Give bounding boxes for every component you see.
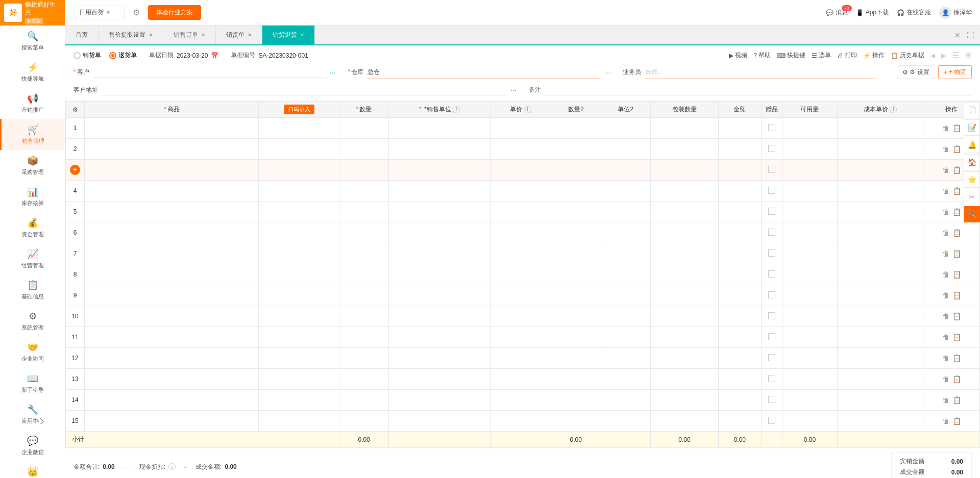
copy-icon-11[interactable]: 📋	[952, 333, 961, 341]
sidebar-item-销售管理[interactable]: 🛒销售管理	[0, 119, 65, 150]
view-toggle-list[interactable]: ☰	[952, 51, 959, 60]
trial-button[interactable]: 体验行业方案	[148, 5, 201, 20]
tab-close-2[interactable]: ✕	[201, 32, 205, 38]
help-btn[interactable]: ? 帮助	[753, 51, 771, 60]
side-icon-orange[interactable]: 📎	[964, 206, 980, 222]
delete-icon-15[interactable]: 🗑	[942, 417, 949, 425]
delete-icon-13[interactable]: 🗑	[942, 375, 949, 383]
gift-checkbox-6[interactable]	[768, 229, 775, 236]
copy-icon-10[interactable]: 📋	[952, 312, 961, 320]
delete-icon-14[interactable]: 🗑	[942, 396, 949, 404]
price-info-icon[interactable]: i	[524, 106, 531, 113]
sidebar-item-快捷导航[interactable]: ⚡快捷导航	[0, 57, 65, 88]
sidebar-item-企业微信[interactable]: 💬企业微信	[0, 430, 65, 461]
sidebar-item-新手引导[interactable]: 📖新手引导	[0, 368, 65, 399]
copy-icon-2[interactable]: 📋	[952, 145, 961, 153]
delete-icon-2[interactable]: 🗑	[942, 145, 949, 153]
delete-icon-11[interactable]: 🗑	[942, 333, 949, 341]
gift-checkbox-4[interactable]	[768, 187, 775, 194]
tab-销货单[interactable]: 销货单✕	[216, 26, 262, 44]
delete-icon-4[interactable]: 🗑	[942, 187, 949, 195]
gift-checkbox-14[interactable]	[768, 396, 775, 403]
gift-checkbox-13[interactable]	[768, 375, 775, 382]
copy-icon-1[interactable]: 📋	[952, 124, 961, 132]
delete-icon-8[interactable]: 🗑	[942, 270, 949, 279]
sidebar-item-应用中心[interactable]: 🔧应用中心	[0, 399, 65, 430]
gift-checkbox-15[interactable]	[768, 417, 775, 424]
address-picker-icon[interactable]: ···	[510, 86, 517, 94]
sidebar-item-经营管理[interactable]: 📈经营管理	[0, 243, 65, 274]
video-btn[interactable]: ▶ 视频	[729, 51, 747, 60]
side-icon-star[interactable]: ⭐	[964, 171, 980, 188]
side-icon-scissors[interactable]: ✂	[964, 189, 980, 205]
settings-button[interactable]: ⚙ ⚙ 设置	[897, 65, 935, 79]
history-btn[interactable]: 📋 历史单据	[891, 51, 924, 60]
print-btn[interactable]: 🖨 打印	[837, 51, 857, 60]
sidebar-item-搜索菜单[interactable]: 🔍搜索菜单	[0, 26, 65, 57]
col-settings-icon[interactable]: ⚙	[72, 106, 78, 113]
copy-icon-15[interactable]: 📋	[952, 417, 961, 425]
delete-icon-5[interactable]: 🗑	[942, 208, 949, 216]
sidebar-item-资金管理[interactable]: 💰资金管理	[0, 212, 65, 243]
side-icon-bell[interactable]: 🔔	[964, 137, 980, 153]
tab-首页[interactable]: 首页	[65, 26, 99, 44]
staff-input[interactable]: 选择...	[645, 66, 875, 79]
gift-checkbox-3[interactable]	[768, 166, 775, 173]
delete-icon-6[interactable]: 🗑	[942, 229, 949, 237]
category-select[interactable]: 日用百货 ▼	[74, 6, 125, 19]
operation-btn[interactable]: ⚡ 操作	[863, 51, 885, 60]
copy-icon-13[interactable]: 📋	[952, 375, 961, 383]
add-row-button[interactable]: +	[70, 165, 80, 175]
copy-icon-8[interactable]: 📋	[952, 270, 961, 279]
address-input[interactable]	[102, 84, 506, 95]
app-download-button[interactable]: 📱 App下载	[856, 8, 889, 17]
copy-icon-14[interactable]: 📋	[952, 396, 961, 404]
cost-info-icon[interactable]: i	[890, 106, 897, 113]
gift-checkbox-2[interactable]	[768, 145, 775, 152]
copy-icon-12[interactable]: 📋	[952, 354, 961, 362]
tab-销售订单[interactable]: 销售订单✕	[163, 26, 216, 44]
tab-close-3[interactable]: ✕	[248, 32, 252, 38]
copy-icon-7[interactable]: 📋	[952, 249, 961, 258]
delete-icon-1[interactable]: 🗑	[942, 124, 949, 132]
gift-checkbox-11[interactable]	[768, 333, 775, 340]
discount-info-icon[interactable]: i	[168, 463, 176, 470]
warehouse-picker-icon[interactable]: ···	[604, 68, 610, 77]
delete-icon-3[interactable]: 🗑	[942, 166, 949, 174]
select-single-btn[interactable]: ☰ 选单	[812, 51, 831, 60]
tab-销货退货[interactable]: 销货退货✕	[262, 26, 315, 44]
gift-checkbox-7[interactable]	[768, 249, 775, 257]
sidebar-item-营销推广[interactable]: 📢营销推广	[0, 88, 65, 119]
product-input-3[interactable]	[89, 166, 254, 173]
gift-checkbox-9[interactable]	[768, 291, 775, 298]
warehouse-input[interactable]: 总仓	[368, 66, 600, 79]
view-toggle-grid[interactable]: ⊞	[965, 51, 972, 60]
copy-icon-3[interactable]: 📋	[952, 166, 961, 174]
side-icon-edit[interactable]: 📝	[964, 119, 980, 136]
sidebar-item-采购管理[interactable]: 📦采购管理	[0, 150, 65, 181]
gift-checkbox-1[interactable]	[768, 124, 775, 131]
tab-close-4[interactable]: ✕	[300, 32, 304, 38]
sidebar-item-企业协同[interactable]: 🤝企业协同	[0, 337, 65, 368]
maximize-icon[interactable]: ⛶	[965, 29, 976, 41]
gift-checkbox-12[interactable]	[768, 354, 775, 361]
customer-service-button[interactable]: 🎧 在线客服	[897, 8, 931, 17]
close-tab-icon[interactable]: ✕	[952, 29, 963, 41]
unit-info-icon[interactable]: i	[453, 106, 460, 113]
note-input[interactable]	[545, 84, 972, 95]
logistics-button[interactable]: + + 物流	[938, 65, 972, 79]
sidebar-item-系统管理[interactable]: ⚙系统管理	[0, 306, 65, 337]
settings-gear-icon[interactable]: ⚙	[131, 6, 142, 19]
copy-icon-6[interactable]: 📋	[952, 229, 961, 237]
customer-input[interactable]	[93, 67, 326, 78]
radio-return[interactable]: 退货单	[109, 51, 137, 60]
delete-icon-9[interactable]: 🗑	[942, 291, 949, 299]
scan-button[interactable]: 扫码录入	[284, 105, 314, 114]
tab-close-1[interactable]: ✕	[149, 32, 153, 38]
sidebar-item-基础信息[interactable]: 📋基础信息	[0, 274, 65, 306]
gift-checkbox-8[interactable]	[768, 270, 775, 278]
calendar-icon[interactable]: 📅	[211, 52, 218, 59]
customer-picker-icon[interactable]: ···	[330, 68, 336, 77]
side-icon-doc[interactable]: 📄	[964, 102, 980, 118]
sidebar-item-库存核算[interactable]: 📊库存核算	[0, 181, 65, 212]
